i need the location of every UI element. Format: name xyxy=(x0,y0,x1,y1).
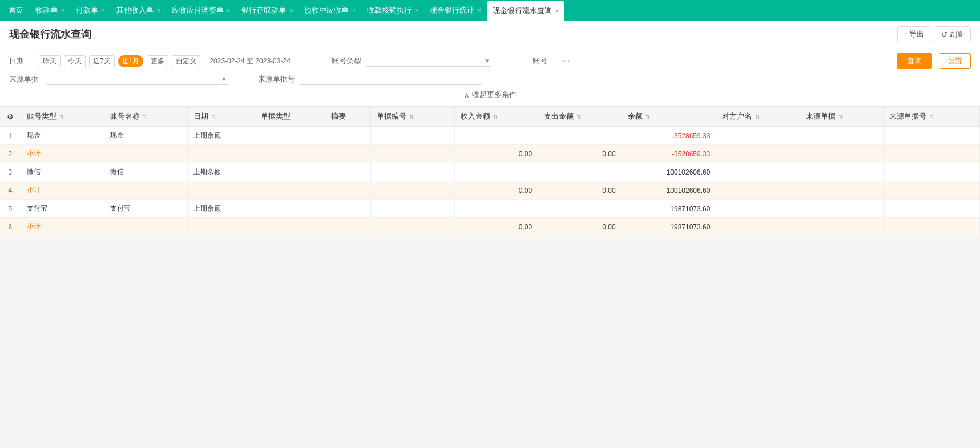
query-button[interactable]: 查询 xyxy=(897,53,932,69)
collapse-bar[interactable]: ∧ 收起更多条件 xyxy=(9,90,971,100)
col-account-name[interactable]: 账号名称 ⇅ xyxy=(104,107,187,127)
cell-summary xyxy=(325,145,371,163)
cell-income: 0.00 xyxy=(454,181,538,200)
cell-expense: 0.00 xyxy=(538,218,622,236)
nav-tab-0[interactable]: 收款单 × xyxy=(30,0,70,21)
close-tab-2[interactable]: × xyxy=(157,7,160,14)
col-date[interactable]: 日期 ⇅ xyxy=(188,107,255,127)
export-button[interactable]: ↑ 导出 xyxy=(897,26,931,42)
col-source-doc-no[interactable]: 来源单据号 ⇅ xyxy=(884,107,980,127)
nav-tab-8[interactable]: 现金银行流水查询 × xyxy=(487,1,564,21)
sort-icon-counterpart: ⇅ xyxy=(755,114,760,120)
cell-counterpart xyxy=(716,163,800,181)
nav-tab-5[interactable]: 预收冲应收单 × xyxy=(299,0,361,21)
row-num: 4 xyxy=(0,181,21,200)
date-btn-today[interactable]: 今天 xyxy=(64,55,86,67)
close-tab-8[interactable]: × xyxy=(555,8,559,14)
cell-date xyxy=(188,181,255,200)
account-type-select[interactable]: ▾ xyxy=(366,55,491,67)
cell-doc-type xyxy=(255,218,325,236)
col-doc-type: 单据类型 xyxy=(255,107,325,127)
cell-balance: -3528659.33 xyxy=(622,145,716,163)
cell-date: 上期余额 xyxy=(188,127,255,145)
close-tab-4[interactable]: × xyxy=(289,7,293,14)
cell-doc-type xyxy=(255,163,325,181)
cell-expense: 0.00 xyxy=(538,145,622,163)
source-doc-no-input[interactable] xyxy=(300,74,482,85)
close-tab-6[interactable]: × xyxy=(415,7,418,14)
sort-icon-date: ⇅ xyxy=(212,114,216,120)
cell-doc-no xyxy=(371,163,454,181)
sort-icon-expense: ⇅ xyxy=(576,114,581,120)
col-balance[interactable]: 余额 ⇅ xyxy=(622,107,716,127)
close-tab-0[interactable]: × xyxy=(61,7,64,14)
source-doc-select[interactable]: ▾ xyxy=(46,74,228,85)
date-btn-7days[interactable]: 近7天 xyxy=(89,55,115,67)
nav-tab-4[interactable]: 银行存取款单 × xyxy=(236,0,299,21)
cell-account-name xyxy=(104,218,187,236)
col-income[interactable]: 收入金额 ⇅ xyxy=(454,107,538,127)
cell-account-type: 小计 xyxy=(21,218,104,236)
settings-button[interactable]: 设置 xyxy=(939,53,971,69)
row-num: 6 xyxy=(0,218,21,236)
nav-tab-3[interactable]: 应收应付调整单 × xyxy=(166,0,236,21)
close-tab-1[interactable]: × xyxy=(102,7,105,14)
account-dots[interactable]: ··· xyxy=(562,56,570,66)
col-doc-no[interactable]: 单据编号 ⇅ xyxy=(371,107,454,127)
cell-summary xyxy=(325,218,371,236)
close-tab-3[interactable]: × xyxy=(227,7,231,14)
row-num: 5 xyxy=(0,200,21,218)
cell-account-name xyxy=(104,145,187,163)
date-btn-custom[interactable]: 自定义 xyxy=(172,55,200,67)
cell-account-type: 小计 xyxy=(21,181,104,200)
col-expense[interactable]: 支出金额 ⇅ xyxy=(538,107,622,127)
source-doc-label: 来源单据 xyxy=(9,74,39,84)
cell-summary xyxy=(325,181,371,200)
cell-account-type: 现金 xyxy=(21,127,104,145)
cell-income xyxy=(454,127,538,145)
cell-account-name xyxy=(104,181,187,200)
nav-tab-2[interactable]: 其他收入单 × xyxy=(111,0,166,21)
date-btn-1month[interactable]: 近1月 xyxy=(118,55,144,67)
date-shortcuts: 昨天 今天 近7天 近1月 更多 自定义 xyxy=(39,55,200,67)
cell-doc-no xyxy=(371,127,454,145)
table-header-row: ⚙ 账号类型 ⇅ 账号名称 ⇅ 日期 ⇅ 单据类型 摘要 xyxy=(0,107,980,127)
col-counterpart[interactable]: 对方户名 ⇅ xyxy=(716,107,800,127)
col-account-type[interactable]: 账号类型 ⇅ xyxy=(21,107,104,127)
nav-tab-6[interactable]: 收款核销执行 × xyxy=(361,0,424,21)
header-actions: ↑ 导出 ↺ 刷新 xyxy=(897,26,971,42)
nav-home[interactable]: 首页 xyxy=(2,6,30,15)
cell-balance: -3528659.33 xyxy=(622,127,716,145)
gear-icon: ⚙ xyxy=(7,112,14,121)
cell-expense xyxy=(538,127,622,145)
cell-date xyxy=(188,218,255,236)
cell-source-doc-no xyxy=(884,218,980,236)
col-settings[interactable]: ⚙ xyxy=(0,107,21,127)
cell-date: 上期余额 xyxy=(188,200,255,218)
cell-income xyxy=(454,200,538,218)
close-tab-5[interactable]: × xyxy=(352,7,356,14)
date-btn-more[interactable]: 更多 xyxy=(147,55,168,67)
cell-balance: 100102606.60 xyxy=(622,163,716,181)
table-container: ⚙ 账号类型 ⇅ 账号名称 ⇅ 日期 ⇅ 单据类型 摘要 xyxy=(0,106,980,236)
cell-date xyxy=(188,145,255,163)
cell-account-type: 微信 xyxy=(21,163,104,181)
cell-counterpart xyxy=(716,200,800,218)
chevron-down-icon: ▾ xyxy=(485,56,489,65)
refresh-icon: ↺ xyxy=(941,30,947,39)
source-doc-no-label: 来源单据号 xyxy=(258,74,295,84)
sort-icon-income: ⇅ xyxy=(493,114,498,120)
date-btn-yesterday[interactable]: 昨天 xyxy=(39,55,61,67)
nav-tab-1[interactable]: 付款单 × xyxy=(70,0,111,21)
sort-icon-source-doc: ⇅ xyxy=(838,114,843,120)
col-source-doc[interactable]: 来源单据 ⇅ xyxy=(800,107,883,127)
close-tab-7[interactable]: × xyxy=(478,7,481,14)
page-title: 现金银行流水查询 xyxy=(9,27,91,41)
refresh-button[interactable]: ↺ 刷新 xyxy=(935,26,971,42)
cell-source-doc xyxy=(800,218,883,236)
nav-tab-7[interactable]: 现金银行统计 × xyxy=(424,0,487,21)
cell-source-doc xyxy=(800,163,883,181)
cell-doc-no xyxy=(371,218,454,236)
account-label: 账号 xyxy=(533,56,555,66)
filter-row-2: 来源单据 ▾ 来源单据号 xyxy=(9,74,971,85)
